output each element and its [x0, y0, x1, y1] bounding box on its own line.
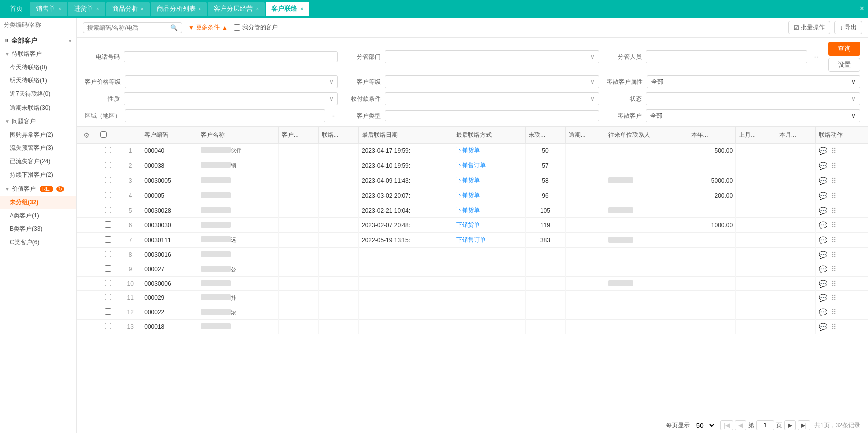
dept-select[interactable]: ∨	[385, 50, 599, 63]
th-no-contact[interactable]: 未联...	[526, 127, 566, 144]
close-product-analysis-icon[interactable]: ×	[141, 6, 144, 12]
next-page-btn[interactable]: ▶	[784, 420, 796, 430]
th-last-date[interactable]: 最后联络日期	[359, 127, 453, 144]
nature-select[interactable]: ∨	[124, 92, 338, 105]
th-customer-name[interactable]: 客户名称	[198, 127, 279, 144]
row-checkbox-7[interactable]	[105, 251, 111, 257]
contact-icon[interactable]: 💬	[819, 323, 827, 331]
more-action-icon[interactable]: ⠿	[831, 221, 836, 229]
th-contact[interactable]: 联络...	[319, 127, 359, 144]
search-box[interactable]: 🔍	[83, 22, 182, 33]
batch-operation-btn[interactable]: ☑ 批量操作	[788, 21, 830, 34]
contact-icon[interactable]: 💬	[819, 192, 827, 200]
row-checkbox-6[interactable]	[105, 236, 111, 243]
th-customer-type[interactable]: 客户...	[278, 127, 319, 144]
tab-product-analysis-list[interactable]: 商品分析列表 ×	[151, 2, 207, 16]
customer-grade-select[interactable]: ∨	[385, 75, 599, 88]
th-contact-person[interactable]: 往来单位联系人	[605, 127, 688, 144]
contact-icon[interactable]: 💬	[819, 280, 827, 288]
retail-customer-select[interactable]: 全部∨	[646, 109, 860, 122]
close-product-analysis-list-icon[interactable]: ×	[199, 6, 201, 12]
close-customer-seg-icon[interactable]: ×	[256, 6, 259, 12]
table-settings-icon[interactable]: ⚙	[83, 131, 90, 139]
manager-dots[interactable]: ···	[811, 53, 820, 60]
row-checkbox-12[interactable]	[105, 323, 111, 329]
close-customer-contact-icon[interactable]: ×	[300, 6, 303, 12]
th-this-year[interactable]: 本年...	[688, 127, 736, 144]
price-grade-select[interactable]: ∨	[125, 75, 338, 88]
more-action-icon[interactable]: ⠿	[831, 280, 836, 288]
contact-icon[interactable]: 💬	[819, 221, 827, 229]
row-checkbox-8[interactable]	[105, 265, 111, 272]
sidebar-item-overdue-pending[interactable]: 逾期未联络(30)	[0, 101, 76, 115]
th-last-method[interactable]: 最后联络方式	[453, 127, 526, 144]
sidebar-item-b-class[interactable]: B类客户(33)	[0, 222, 76, 236]
all-customers-section[interactable]: ⠿ 全部客户 «	[0, 32, 76, 47]
th-this-month[interactable]: 本月...	[776, 127, 816, 144]
search-icon-2[interactable]: 🔍	[170, 24, 178, 31]
my-customers-check[interactable]	[234, 24, 240, 31]
sidebar-item-a-class[interactable]: A类客户(1)	[0, 209, 76, 222]
method-link[interactable]: 下销货单	[456, 221, 480, 228]
row-checkbox-2[interactable]	[105, 177, 111, 183]
payment-select[interactable]: ∨	[385, 92, 599, 105]
more-action-icon[interactable]: ⠿	[831, 323, 836, 331]
sidebar-search-input[interactable]	[4, 21, 77, 28]
tab-home[interactable]: 首页	[4, 2, 29, 16]
status-select[interactable]: ∨	[646, 92, 860, 105]
close-purchase-icon[interactable]: ×	[96, 6, 99, 12]
select-all-checkbox[interactable]	[100, 131, 107, 138]
th-settings[interactable]: ⚙	[77, 127, 97, 144]
contact-icon[interactable]: 💬	[819, 236, 827, 244]
contact-icon[interactable]: 💬	[819, 251, 827, 259]
sidebar-group-pending[interactable]: ▼ 待联络客户	[0, 47, 76, 61]
sidebar-item-lost[interactable]: 已流失客户(24)	[0, 155, 76, 168]
contact-icon[interactable]: 💬	[819, 294, 827, 302]
sidebar-item-today-pending[interactable]: 今天待联络(0)	[0, 61, 76, 74]
row-checkbox-9[interactable]	[105, 280, 111, 286]
my-customers-checkbox[interactable]: 我分管的客户	[234, 23, 278, 32]
tab-customer-contact[interactable]: 客户联络 ×	[266, 2, 309, 16]
sidebar-item-hoarding[interactable]: 囤购异常客户(2)	[0, 128, 76, 142]
th-overdue[interactable]: 逾期...	[565, 127, 605, 144]
tab-customer-segmentation[interactable]: 客户分层经营 ×	[208, 2, 265, 16]
row-checkbox-3[interactable]	[105, 192, 111, 198]
sidebar-item-7days-pending[interactable]: 近7天待联络(0)	[0, 87, 76, 101]
row-checkbox-0[interactable]	[105, 147, 111, 153]
row-checkbox-1[interactable]	[105, 162, 111, 168]
prev-page-btn[interactable]: ◀	[735, 420, 746, 430]
contact-icon[interactable]: 💬	[819, 308, 827, 316]
query-btn[interactable]: 查询	[828, 42, 860, 56]
method-link[interactable]: 下销货单	[456, 192, 480, 199]
export-btn[interactable]: ↓ 导出	[834, 21, 862, 34]
sidebar-group-score[interactable]: ▼ 价值客户 RE. ↻	[0, 182, 76, 196]
close-sales-icon[interactable]: ×	[58, 6, 61, 12]
tab-purchase[interactable]: 进货单 ×	[68, 2, 105, 16]
more-action-icon[interactable]: ⠿	[831, 207, 836, 215]
more-action-icon[interactable]: ⠿	[831, 265, 836, 273]
search-input[interactable]	[87, 24, 167, 31]
sidebar-item-ungroup[interactable]: 未分组(32)	[0, 196, 76, 209]
contact-icon[interactable]: 💬	[819, 147, 827, 155]
method-link[interactable]: 下销货单	[456, 147, 480, 154]
row-checkbox-10[interactable]	[105, 294, 111, 300]
region-dots[interactable]: ···	[329, 112, 338, 119]
more-action-icon[interactable]: ⠿	[831, 192, 836, 200]
sidebar-item-c-class[interactable]: C类客户(6)	[0, 236, 76, 249]
row-checkbox-4[interactable]	[105, 207, 111, 213]
first-page-btn[interactable]: |◀	[720, 420, 733, 430]
th-customer-code[interactable]: 客户编码	[141, 127, 198, 144]
contact-icon[interactable]: 💬	[819, 177, 827, 185]
phone-input[interactable]	[124, 51, 338, 62]
contact-icon[interactable]: 💬	[819, 265, 827, 273]
more-action-icon[interactable]: ⠿	[831, 251, 836, 259]
th-last-month[interactable]: 上月...	[736, 127, 776, 144]
method-link[interactable]: 下销货单	[456, 207, 480, 214]
more-action-icon[interactable]: ⠿	[831, 162, 836, 170]
more-action-icon[interactable]: ⠿	[831, 177, 836, 185]
row-checkbox-5[interactable]	[105, 221, 111, 228]
row-checkbox-11[interactable]	[105, 308, 111, 315]
close-all-tabs-icon[interactable]: ×	[860, 4, 864, 13]
tab-sales[interactable]: 销售单 ×	[30, 2, 67, 16]
sidebar-group-problem[interactable]: ▼ 问题客户	[0, 115, 76, 128]
